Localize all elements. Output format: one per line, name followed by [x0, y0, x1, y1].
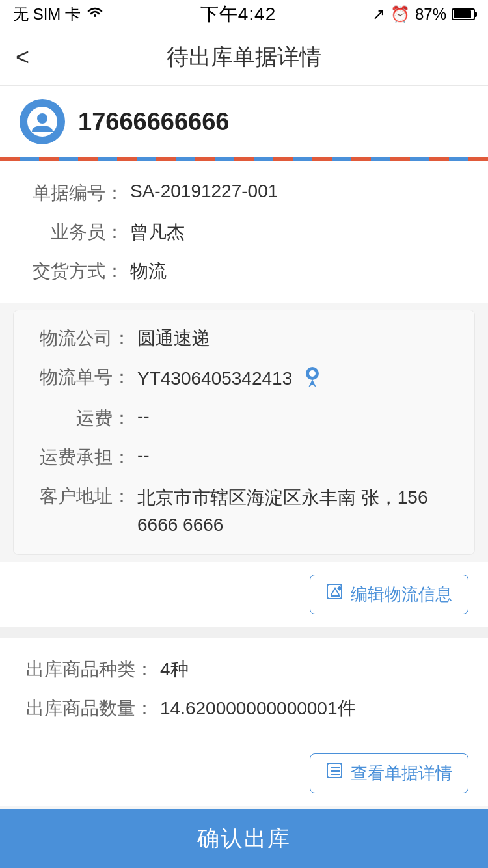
confirm-button-label: 确认出库 [197, 824, 291, 854]
product-types-value: 4种 [160, 657, 462, 682]
document-number-label: 单据编号： [26, 181, 130, 206]
view-icon [326, 762, 344, 785]
sales-person-row: 业务员： 曾凡杰 [26, 220, 462, 245]
back-button[interactable]: < [16, 44, 29, 71]
battery-bar [452, 8, 475, 20]
product-types-row: 出库商品种类： 4种 [26, 657, 462, 682]
product-types-label: 出库商品种类： [26, 657, 160, 682]
logistics-company-value: 圆通速递 [137, 326, 455, 351]
view-btn-row: 查看单据详情 [0, 740, 488, 806]
status-time: 下午4:42 [200, 2, 277, 27]
view-details-button[interactable]: 查看单据详情 [310, 753, 468, 793]
tracking-number: YT43064053424​13 [137, 368, 292, 389]
svg-point-0 [37, 113, 47, 124]
edit-logistics-button[interactable]: 编辑物流信息 [310, 575, 468, 614]
product-quantity-label: 出库商品数量： [26, 696, 160, 721]
wifi-icon [86, 5, 104, 23]
freight-row: 运费： -- [33, 406, 455, 431]
edit-btn-row: 编辑物流信息 [0, 562, 488, 627]
logistics-company-label: 物流公司： [33, 326, 137, 351]
carrier-label: 无 SIM 卡 [13, 4, 81, 25]
status-bar: 无 SIM 卡 下午4:42 ↗ ⏰ 87% [0, 0, 488, 29]
status-left: 无 SIM 卡 [13, 4, 104, 25]
location-pin-icon[interactable] [301, 365, 323, 392]
products-section: 出库商品种类： 4种 出库商品数量： 14.620000000000001件 [0, 638, 488, 740]
address-row: 客户地址： 北京市市辖区海淀区永丰南 张，156 6666 6666 [33, 484, 455, 539]
logistics-section: 物流公司： 圆通速递 物流单号： YT43064053424​13 运费： -- [13, 310, 475, 555]
edit-icon [326, 583, 344, 606]
tracking-row: 物流单号： YT43064053424​13 [33, 365, 455, 392]
svg-point-2 [309, 370, 316, 377]
sales-person-value: 曾凡杰 [130, 220, 462, 245]
page-title: 待出库单据详情 [167, 42, 321, 72]
nav-bar: < 待出库单据详情 [0, 29, 488, 86]
freight-bearer-label: 运费承担： [33, 445, 137, 470]
document-number-value: SA-20191227-001 [130, 181, 462, 202]
basic-info-section: 单据编号： SA-20191227-001 业务员： 曾凡杰 交货方式： 物流 [0, 161, 488, 303]
alarm-icon: ⏰ [390, 5, 410, 23]
location-status-icon: ↗ [372, 5, 385, 23]
user-phone: 17666666666 [78, 108, 229, 136]
battery-label: 87% [415, 5, 446, 23]
view-details-label: 查看单据详情 [351, 762, 452, 785]
freight-bearer-value: -- [137, 445, 455, 466]
avatar [20, 99, 65, 144]
edit-logistics-label: 编辑物流信息 [351, 583, 452, 606]
delivery-method-value: 物流 [130, 259, 462, 284]
address-value: 北京市市辖区海淀区永丰南 张，156 6666 6666 [137, 484, 455, 539]
status-right: ↗ ⏰ 87% [372, 5, 475, 23]
tracking-label: 物流单号： [33, 365, 137, 390]
logistics-company-row: 物流公司： 圆通速递 [33, 326, 455, 351]
freight-bearer-row: 运费承担： -- [33, 445, 455, 470]
product-quantity-row: 出库商品数量： 14.620000000000001件 [26, 696, 462, 721]
document-number-row: 单据编号： SA-20191227-001 [26, 181, 462, 206]
section-divider [0, 627, 488, 638]
user-header: 17666666666 [0, 86, 488, 157]
address-label: 客户地址： [33, 484, 137, 509]
tracking-value: YT43064053424​13 [137, 365, 455, 392]
avatar-icon [27, 107, 57, 137]
delivery-method-row: 交货方式： 物流 [26, 259, 462, 284]
freight-value: -- [137, 406, 455, 427]
back-icon: < [16, 44, 29, 70]
confirm-button-container[interactable]: 确认出库 [0, 809, 488, 868]
sales-person-label: 业务员： [26, 220, 130, 245]
delivery-method-label: 交货方式： [26, 259, 130, 284]
battery-fill [454, 10, 471, 18]
freight-label: 运费： [33, 406, 137, 431]
product-quantity-value: 14.620000000000001件 [160, 696, 462, 721]
